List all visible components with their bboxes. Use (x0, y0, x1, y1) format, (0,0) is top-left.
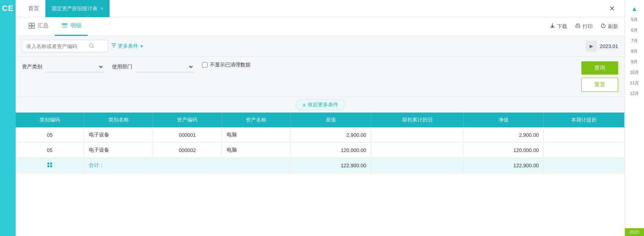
sidebar-month-12[interactable]: 12月 (625, 89, 644, 98)
content-area: 汇总 明细 下载 (16, 17, 624, 236)
sidebar-year: 2023 (625, 228, 644, 236)
refresh-icon (601, 23, 606, 30)
sidebar-month-9[interactable]: 9月 (625, 57, 644, 67)
expand-sidebar-button[interactable]: ▶ (586, 41, 597, 52)
col-asset-name: 资产名称 (222, 113, 290, 127)
total-current-dep (544, 158, 624, 173)
toolbar-right: 下载 打印 刷新 (550, 23, 618, 30)
main-area: 首页 固定资产折旧统计表 × ✕ 汇总 (16, 0, 624, 236)
logo-text: CE (2, 4, 14, 13)
detail-icon (61, 22, 68, 29)
total-net-value: 122,900.00 (463, 158, 544, 173)
sidebar-month-11[interactable]: 11月 (625, 78, 644, 88)
sidebar-month-5[interactable]: 5月 (625, 15, 644, 25)
global-close-button[interactable]: ✕ (606, 3, 618, 14)
assets-table: 类别编码 类别名称 资产编码 资产名称 原值 期初累计折旧 净值 本期计提折 0… (16, 113, 624, 173)
download-icon (550, 23, 555, 30)
sidebar-month-10[interactable]: 10月 (625, 68, 644, 77)
search-icon (89, 43, 94, 50)
search-input-wrap (22, 40, 108, 52)
print-icon (575, 23, 581, 30)
cell-category-name-2: 电子设备 (84, 143, 153, 158)
cell-net-value-2: 120,000.00 (463, 143, 544, 158)
top-nav: 首页 固定资产折旧统计表 × ✕ (16, 0, 624, 17)
collapse-icon: ∧ (302, 102, 306, 108)
asset-category-select-wrap: ▼ (45, 61, 104, 72)
table-total-row: 合计： 122,900.00 122,900.00 (16, 158, 624, 173)
total-original-value: 122,900.00 (290, 158, 371, 173)
filter-buttons: 查询 重置 (581, 61, 618, 92)
cell-asset-name-1: 电脑 (222, 127, 290, 143)
svg-rect-1 (32, 23, 34, 25)
svg-rect-10 (47, 163, 49, 164)
col-accumulated-dep: 期初累计折旧 (371, 113, 463, 127)
tab-detail[interactable]: 明细 (55, 17, 88, 36)
col-category-name: 类别名称 (84, 113, 153, 127)
collapse-row: ∧ 收起更多条件 (16, 97, 624, 113)
department-label: 使用部门 (112, 63, 132, 70)
cell-accumulated-dep-1 (371, 127, 463, 143)
svg-rect-12 (47, 165, 49, 167)
reset-button[interactable]: 重置 (581, 78, 618, 92)
cell-original-value-1: 2,900.00 (290, 127, 371, 143)
refresh-label: 刷新 (608, 23, 618, 30)
department-select[interactable] (135, 61, 194, 72)
filter-icon (111, 43, 116, 49)
svg-rect-3 (32, 26, 34, 29)
cell-current-dep-1 (544, 127, 624, 143)
total-icon (47, 163, 52, 169)
chevron-down-icon: ▼ (140, 44, 144, 48)
print-button[interactable]: 打印 (575, 23, 593, 30)
svg-rect-0 (29, 23, 31, 25)
more-conditions-label: 更多条件 (118, 43, 138, 50)
table-area: 类别编码 类别名称 资产编码 资产名称 原值 期初累计折旧 净值 本期计提折 0… (16, 113, 624, 236)
cell-category-code-1: 05 (16, 127, 84, 143)
tab-summary[interactable]: 汇总 (22, 17, 55, 36)
nav-tab-label: 固定资产折旧统计表 (52, 5, 97, 12)
tab-detail-label: 明细 (70, 22, 81, 29)
collapse-conditions-button[interactable]: ∧ 收起更多条件 (296, 99, 345, 110)
cell-asset-name-2: 电脑 (222, 143, 290, 158)
no-cleared-group: 不显示已清理数据 (202, 61, 251, 68)
sub-tabs-bar: 汇总 明细 下载 (16, 17, 624, 36)
nav-tab-active[interactable]: 固定资产折旧统计表 × (45, 0, 110, 17)
scroll-up-button[interactable]: ▲ (630, 4, 639, 14)
col-current-dep: 本期计提折 (544, 113, 624, 127)
col-net-value: 净值 (463, 113, 544, 127)
sidebar-month-6[interactable]: 6月 (625, 25, 644, 35)
department-select-wrap: ▼ (135, 61, 194, 72)
cell-category-name-1: 电子设备 (84, 127, 153, 143)
no-cleared-checkbox[interactable] (202, 62, 207, 68)
asset-category-select[interactable] (45, 61, 104, 72)
total-accumulated-dep (371, 158, 463, 173)
collapse-label: 收起更多条件 (308, 101, 338, 108)
summary-icon (28, 22, 35, 29)
query-button[interactable]: 查询 (581, 61, 618, 75)
cell-current-dep-2 (544, 143, 624, 158)
download-label: 下载 (557, 23, 567, 30)
nav-tab-close-icon[interactable]: × (101, 6, 103, 11)
table-row: 05 电子设备 000001 电脑 2,900.00 2,900.00 (16, 127, 624, 143)
svg-rect-2 (29, 26, 31, 29)
sidebar-month-8[interactable]: 8月 (625, 46, 644, 56)
download-button[interactable]: 下载 (550, 23, 567, 30)
cell-original-value-2: 120,000.00 (290, 143, 371, 158)
no-cleared-label: 不显示已清理数据 (210, 61, 251, 68)
svg-rect-6 (62, 27, 67, 28)
refresh-button[interactable]: 刷新 (601, 23, 618, 30)
right-sidebar: ▲ 5月 6月 7月 8月 9月 10月 11月 12月 2023 (624, 0, 644, 236)
table-row: 05 电子设备 000002 电脑 120,000.00 120,000.00 (16, 143, 624, 158)
svg-rect-4 (62, 23, 67, 25)
nav-home[interactable]: 首页 (22, 0, 45, 17)
logo-area: CE (0, 0, 16, 236)
svg-rect-13 (50, 165, 52, 167)
total-icon-cell (16, 158, 84, 173)
search-input[interactable] (26, 43, 89, 49)
filter-department-group: 使用部门 ▼ (112, 61, 194, 72)
sidebar-month-7[interactable]: 7月 (625, 36, 644, 46)
more-conditions-button[interactable]: 更多条件 ▼ (111, 43, 144, 50)
svg-rect-8 (577, 26, 579, 27)
tab-summary-label: 汇总 (38, 22, 49, 29)
filter-category-group: 资产类别 ▼ (22, 61, 104, 72)
search-bar: 更多条件 ▼ ▶ 2023.01 (16, 36, 624, 57)
